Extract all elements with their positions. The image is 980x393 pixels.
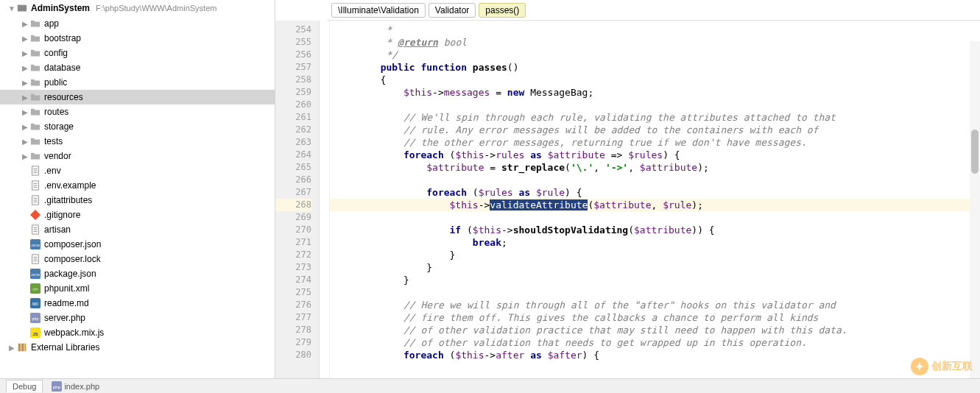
breadcrumb-item[interactable]: passes() bbox=[479, 3, 526, 18]
file-package.json[interactable]: JSONpackage.json bbox=[0, 266, 275, 281]
folder-config[interactable]: ▶config bbox=[0, 46, 275, 60]
line-number: 272 bbox=[275, 249, 311, 261]
file-composer.lock[interactable]: composer.lock bbox=[0, 252, 275, 266]
php-file-icon: php bbox=[52, 381, 62, 392]
code-line[interactable]: * bbox=[330, 24, 980, 36]
expand-arrow-icon[interactable]: ▼ bbox=[7, 4, 16, 13]
tree-item-label: .gitattributes bbox=[44, 195, 92, 205]
folder-storage[interactable]: ▶storage bbox=[0, 119, 275, 134]
code-line[interactable]: foreach ($this->rules as $attribute => $… bbox=[330, 149, 980, 161]
code-line[interactable] bbox=[330, 211, 980, 224]
code-editor[interactable]: 2542552562572582592602612622632642652662… bbox=[275, 21, 980, 378]
line-number: 269 bbox=[275, 211, 311, 224]
code-line[interactable]: // rule. Any error messages will be adde… bbox=[330, 124, 980, 136]
tree-item-label: bootstrap bbox=[44, 33, 81, 43]
expand-arrow-icon[interactable]: ▶ bbox=[21, 20, 29, 28]
file-composer.json[interactable]: JSONcomposer.json bbox=[0, 237, 275, 252]
breadcrumb-item[interactable]: \Illuminate\Validation bbox=[331, 3, 426, 18]
folder-tests[interactable]: ▶tests bbox=[0, 134, 275, 149]
folder-app[interactable]: ▶app bbox=[0, 16, 275, 31]
code-line[interactable]: foreach ($rules as $rule) { bbox=[330, 186, 980, 199]
file-.gitattributes[interactable]: .gitattributes bbox=[0, 193, 275, 208]
code-line[interactable]: break; bbox=[330, 236, 980, 249]
project-header[interactable]: ▼ AdminSystem F:\phpStudy\WWW\AdminSyste… bbox=[0, 0, 275, 16]
svg-rect-36 bbox=[25, 344, 27, 352]
tree-item-label: .gitignore bbox=[44, 210, 80, 220]
code-line[interactable]: if ($this->shouldStopValidating($attribu… bbox=[330, 224, 980, 236]
folder-vendor[interactable]: ▶vendor bbox=[0, 149, 275, 163]
line-number: 254 bbox=[275, 24, 311, 36]
debug-tab[interactable]: Debug bbox=[6, 380, 43, 392]
file-readme.md[interactable]: MDreadme.md bbox=[0, 296, 275, 311]
svg-text:php: php bbox=[53, 383, 61, 389]
file-.gitignore[interactable]: .gitignore bbox=[0, 208, 275, 222]
code-line[interactable]: $this->messages = new MessageBag; bbox=[330, 86, 980, 99]
folder-icon bbox=[29, 77, 41, 88]
code-line[interactable]: // of other validation that needs to get… bbox=[330, 336, 980, 349]
expand-arrow-icon[interactable]: ▶ bbox=[21, 64, 29, 72]
code-line[interactable] bbox=[330, 99, 980, 111]
watermark-text: 创新互联 bbox=[931, 360, 973, 373]
file-.env.example[interactable]: .env.example bbox=[0, 178, 275, 193]
php-file-icon: php bbox=[29, 312, 41, 324]
code-line[interactable]: } bbox=[330, 249, 980, 261]
expand-arrow-icon[interactable]: ▶ bbox=[21, 123, 29, 131]
code-line[interactable]: } bbox=[330, 261, 980, 274]
code-content[interactable]: * * @return bool */ public function pass… bbox=[330, 21, 980, 378]
folder-database[interactable]: ▶database bbox=[0, 60, 275, 75]
line-number: 268 bbox=[275, 199, 311, 211]
txt-file-icon bbox=[29, 224, 41, 236]
svg-text:JSON: JSON bbox=[31, 244, 40, 247]
code-line[interactable]: // fire them off. This gives the callbac… bbox=[330, 311, 980, 324]
expand-arrow-icon[interactable]: ▶ bbox=[7, 344, 16, 352]
txt-file-icon bbox=[29, 253, 41, 265]
code-line[interactable]: { bbox=[330, 74, 980, 86]
code-line[interactable]: * @return bool bbox=[330, 36, 980, 49]
file-phpunit.xml[interactable]: </>phpunit.xml bbox=[0, 281, 275, 296]
folder-public[interactable]: ▶public bbox=[0, 75, 275, 90]
line-number: 266 bbox=[275, 174, 311, 186]
code-line[interactable] bbox=[330, 286, 980, 299]
code-line[interactable]: // We'll spin through each rule, validat… bbox=[330, 111, 980, 124]
expand-arrow-icon[interactable]: ▶ bbox=[21, 79, 29, 87]
expand-arrow-icon[interactable]: ▶ bbox=[21, 138, 29, 146]
folder-icon bbox=[29, 18, 41, 29]
tree-item-label: config bbox=[44, 48, 68, 58]
file-tree[interactable]: ▶app▶bootstrap▶config▶database▶public▶re… bbox=[0, 16, 275, 340]
project-sidebar[interactable]: ▼ AdminSystem F:\phpStudy\WWW\AdminSyste… bbox=[0, 0, 275, 378]
folder-icon bbox=[29, 32, 41, 44]
breadcrumb-item[interactable]: Validator bbox=[429, 3, 476, 18]
fold-column[interactable] bbox=[320, 21, 330, 378]
project-icon bbox=[16, 2, 28, 14]
expand-arrow-icon[interactable]: ▶ bbox=[21, 35, 29, 43]
expand-arrow-icon[interactable]: ▶ bbox=[21, 152, 29, 160]
code-line[interactable]: */ bbox=[330, 49, 980, 61]
code-line[interactable]: public function passes() bbox=[330, 61, 980, 74]
file-webpack.mix.js[interactable]: JSwebpack.mix.js bbox=[0, 325, 275, 340]
code-line[interactable]: } bbox=[330, 274, 980, 286]
folder-resources[interactable]: ▶resources bbox=[0, 90, 275, 105]
expand-arrow-icon[interactable]: ▶ bbox=[21, 49, 29, 57]
file-server.php[interactable]: phpserver.php bbox=[0, 311, 275, 325]
txt-file-icon bbox=[29, 165, 41, 177]
code-line[interactable]: foreach ($this->after as $after) { bbox=[330, 349, 980, 361]
expand-arrow-icon[interactable]: ▶ bbox=[21, 108, 29, 116]
vertical-scrollbar[interactable] bbox=[970, 41, 980, 378]
code-line[interactable]: $this->validateAttribute($attribute, $ru… bbox=[330, 199, 980, 211]
external-libraries[interactable]: ▶ External Libraries bbox=[0, 340, 275, 355]
scrollbar-thumb[interactable] bbox=[971, 130, 979, 174]
tree-item-label: storage bbox=[44, 121, 74, 132]
code-line[interactable]: // Here we will spin through all of the … bbox=[330, 299, 980, 311]
svg-text:</>: </> bbox=[32, 287, 38, 291]
code-line[interactable]: // of other validation practice that may… bbox=[330, 324, 980, 336]
code-line[interactable]: $attribute = str_replace('\.', '->', $at… bbox=[330, 161, 980, 174]
code-line[interactable]: // the other error messages, returning t… bbox=[330, 136, 980, 149]
code-line[interactable] bbox=[330, 174, 980, 186]
folder-routes[interactable]: ▶routes bbox=[0, 105, 275, 119]
js-file-icon: JS bbox=[29, 327, 41, 339]
file-artisan[interactable]: artisan bbox=[0, 222, 275, 237]
file-.env[interactable]: .env bbox=[0, 163, 275, 178]
git-file-icon bbox=[29, 209, 41, 221]
folder-bootstrap[interactable]: ▶bootstrap bbox=[0, 31, 275, 46]
expand-arrow-icon[interactable]: ▶ bbox=[21, 93, 29, 102]
